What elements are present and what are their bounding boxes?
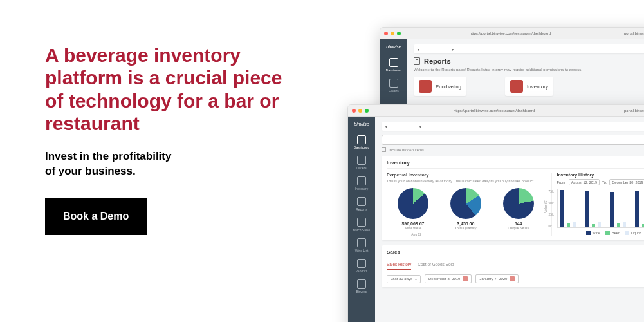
bar (642, 224, 644, 227)
headline: A beverage inventory platform is a cruci… (45, 44, 302, 135)
sales-card: Sales Sales History Cost of Goods Sold L… (382, 245, 644, 287)
pie-chart-icon (398, 188, 428, 219)
legend-label: Beer (612, 231, 620, 235)
panel-title: Perpetual Inventory (387, 173, 545, 177)
sidebar-item-label: Vendors (356, 269, 367, 273)
brand-logo[interactable]: binwise (386, 44, 401, 49)
minimize-icon[interactable] (358, 109, 362, 113)
chart-icon (357, 197, 366, 206)
bar (610, 192, 614, 227)
calendar-icon (463, 276, 468, 281)
tag-icon (357, 218, 366, 227)
inventory-card: Inventory Perpetual Inventory This is yo… (382, 156, 644, 240)
to-date-picker[interactable]: January 7, 2020 (475, 274, 519, 283)
bar (585, 191, 589, 227)
sidebar-item-label: Dashboard (354, 146, 369, 149)
y-tick: 25k (549, 213, 554, 216)
sidebar-item-reports[interactable]: Reports (356, 197, 367, 211)
perpetual-inventory-panel: Perpetual Inventory This is your on-hand… (387, 173, 545, 236)
cart-icon (357, 156, 366, 165)
panel-title: Inventory History (557, 173, 644, 177)
to-label: To: (602, 180, 607, 184)
metric-label: Total Value (405, 226, 422, 230)
sidebar-item-label: Batch Sales (353, 228, 371, 232)
from-date-picker[interactable]: August 12, 2019 (569, 179, 600, 185)
sidebar-item-binwise[interactable]: Binwise (356, 279, 367, 294)
sidebar-item-label: Binwise (356, 290, 367, 294)
truck-icon (357, 259, 366, 268)
sidebar-item-wine-list[interactable]: Wine List (355, 238, 369, 252)
sidebar-item-orders[interactable]: Orders (389, 79, 398, 93)
sidebar-item-inventory[interactable]: Inventory (355, 176, 369, 191)
sidebar-item-label: Reports (356, 207, 367, 211)
document-icon (414, 57, 420, 65)
sidebar-item-label: Dashboard (386, 68, 401, 72)
gauge-icon (389, 58, 398, 67)
to-value: January 7, 2020 (479, 277, 507, 281)
bar (617, 223, 620, 227)
tab-sales-history[interactable]: Sales History (387, 262, 411, 270)
to-date-picker[interactable]: December 30, 2019 (609, 179, 644, 185)
address-bar[interactable]: https://portal.binwise.com/restaurant/da… (403, 32, 617, 35)
sidebar-item-label: Orders (356, 166, 366, 170)
breadcrumb-bar[interactable]: ▾▾ (382, 122, 644, 131)
include-hidden-checkbox[interactable]: Include hidden items (382, 147, 644, 152)
subhead-line2: of your business. (45, 165, 136, 177)
legend-label: Wine (593, 231, 601, 235)
from-date-picker[interactable]: December 8, 2019 (425, 274, 472, 283)
maximize-icon[interactable] (365, 109, 369, 113)
x-tick: Aug 12 (411, 232, 421, 236)
app-screenshots: https://portal.binwise.com/restaurant/da… (347, 27, 644, 322)
titlebar: https://portal.binwise.com/restaurant/da… (348, 105, 644, 117)
address-bar[interactable]: https://portal.binwise.com/restaurant/da… (371, 109, 617, 113)
sidebar-item-dashboard[interactable]: Dashboard (386, 58, 401, 72)
cart-icon (389, 79, 398, 88)
logo-icon (357, 279, 366, 289)
tab-cogs[interactable]: Cost of Goods Sold (418, 262, 454, 270)
sidebar-item-orders[interactable]: Orders (356, 156, 366, 170)
sidebar-item-label: Inventory (355, 187, 369, 191)
page-title: Reports (414, 57, 644, 65)
report-card-inventory[interactable]: Inventory (505, 77, 553, 96)
range-select[interactable]: Last 30 days ▾ (387, 275, 421, 283)
maximize-icon[interactable] (397, 32, 401, 35)
subhead-line1: Invest in the profitability (45, 150, 171, 162)
window-dashboard: https://portal.binwise.com/restaurant/da… (347, 104, 644, 322)
pie-unique-skus: 644 Unique SKUs (503, 188, 534, 230)
from-label: From: (557, 180, 566, 184)
domain-label: portal.binwise.com (620, 32, 644, 35)
minimize-icon[interactable] (391, 32, 394, 35)
wine-icon (357, 238, 366, 247)
y-tick: 75k (549, 189, 554, 193)
sales-tabs: Sales History Cost of Goods Sold (387, 262, 644, 270)
box-icon (357, 176, 366, 185)
history-bar-chart: Value ($) 75k 50k 25k 0k (557, 189, 644, 228)
sidebar-item-batch-sales[interactable]: Batch Sales (353, 218, 371, 232)
bar (635, 191, 639, 227)
sidebar-item-label: Orders (389, 89, 398, 93)
search-input[interactable] (382, 135, 644, 145)
bar (592, 224, 595, 227)
sidebar-item-vendors[interactable]: Vendors (356, 259, 367, 273)
report-card-purchasing[interactable]: Purchasing (414, 77, 466, 96)
sidebar-item-dashboard[interactable]: Dashboard (354, 135, 369, 149)
gauge-icon (357, 135, 366, 144)
y-tick: 0k (549, 224, 552, 228)
pie-total-quantity: 3,455.06 Total Quantity (450, 188, 481, 230)
breadcrumb-bar[interactable]: ▾▾ (414, 44, 644, 53)
card-title: Inventory (387, 160, 644, 169)
pie-chart-icon (503, 188, 534, 219)
inventory-icon (510, 80, 523, 93)
close-icon[interactable] (352, 109, 356, 113)
y-axis-label: Value ($) (544, 200, 547, 213)
bar (598, 222, 601, 227)
report-card-label: Inventory (527, 84, 548, 90)
close-icon[interactable] (384, 32, 388, 35)
metric-value: 644 (515, 222, 522, 226)
titlebar: https://portal.binwise.com/restaurant/da… (380, 28, 644, 39)
metric-label: Unique SKUs (508, 226, 529, 230)
bar (623, 222, 626, 227)
purchasing-icon (419, 80, 432, 93)
book-demo-button[interactable]: Book a Demo (45, 198, 147, 235)
brand-logo[interactable]: binwise (354, 122, 369, 126)
